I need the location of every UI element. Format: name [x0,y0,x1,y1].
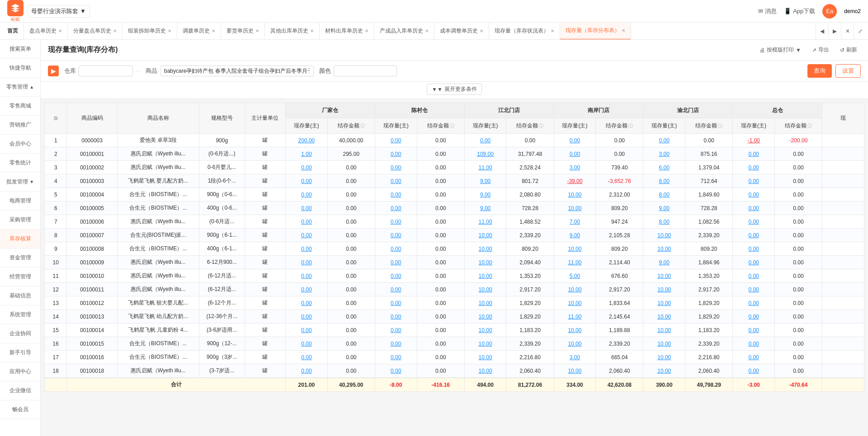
tab-7[interactable]: 材料出库单历史 ✕ [320,23,374,40]
row-na-qty[interactable]: 10.00 [554,202,596,215]
row-total-qty[interactable]: 0.00 [733,229,775,242]
row-cs-qty[interactable]: 0.00 [375,174,417,188]
row-cf-qty[interactable]: 0.00 [286,364,328,378]
row-total-qty[interactable]: 0.00 [733,161,775,174]
row-cf-qty[interactable]: 0.00 [286,202,328,215]
row-cs-qty[interactable]: 0.00 [375,229,417,242]
row-yb-qty[interactable]: 10.00 [643,269,685,283]
row-na-qty[interactable]: 10.00 [554,323,596,337]
row-cs-qty[interactable]: 0.00 [375,242,417,256]
print-btn[interactable]: 🖨 按模版打印 ▼ [756,44,805,56]
avatar[interactable]: Ea [822,4,837,19]
row-yb-qty[interactable]: 10.00 [643,310,685,323]
row-jb-qty[interactable]: 9.00 [464,202,506,215]
row-cf-qty[interactable]: 0.00 [286,310,328,323]
row-cs-qty[interactable]: 0.00 [375,256,417,269]
row-cf-qty[interactable]: 1.00 [286,147,328,161]
tab-10[interactable]: 现存量（库存状况表） ✕ [489,23,560,40]
row-yb-qty[interactable]: 10.00 [643,296,685,310]
row-total-qty[interactable]: 0.00 [733,283,775,296]
export-btn[interactable]: ↗ 导出 [808,44,833,56]
tab-11[interactable]: 现存量（库存分布表） ✕ [560,23,631,40]
row-na-qty[interactable]: 7.00 [554,215,596,229]
row-yb-qty[interactable]: 8.00 [643,174,685,188]
row-na-qty[interactable]: -39.00 [554,174,596,188]
row-yb-qty[interactable]: 10.00 [643,337,685,351]
tab-close-5[interactable]: ✕ [255,28,259,33]
settings-col-header[interactable]: ⚙ [45,103,67,134]
row-jb-qty[interactable]: 10.00 [464,337,506,351]
tab-home[interactable]: 首页 [2,23,24,40]
row-total-qty[interactable]: 0.00 [733,256,775,269]
row-na-qty[interactable]: 5.00 [554,269,596,283]
row-na-qty[interactable]: 10.00 [554,242,596,256]
row-total-qty[interactable]: 0.00 [733,188,775,202]
sidebar-item-member[interactable]: 会员中心 [0,135,40,154]
row-total-qty[interactable]: 0.00 [733,147,775,161]
row-cf-qty[interactable]: 0.00 [286,161,328,174]
row-cf-qty[interactable]: 0.00 [286,296,328,310]
tab-close-11[interactable]: ✕ [622,28,625,33]
row-yb-qty[interactable]: 9.00 [643,256,685,269]
refresh-btn[interactable]: ↺ 刷新 [836,44,861,56]
tab-4[interactable]: 调拨单历史 ✕ [177,23,221,40]
row-yb-qty[interactable]: 8.00 [643,188,685,202]
sidebar-item-ecommerce[interactable]: 电商管理 [0,192,40,211]
tab-5[interactable]: 要货单历史 ✕ [221,23,265,40]
color-input[interactable] [334,66,397,76]
message-btn[interactable]: ✉ 消息 [758,7,777,15]
row-cf-qty[interactable]: 0.00 [286,283,328,296]
row-na-qty[interactable]: 10.00 [554,283,596,296]
row-total-qty[interactable]: 0.00 [733,174,775,188]
row-yb-qty[interactable]: 0.00 [643,134,685,147]
row-jb-qty[interactable]: 11.00 [464,161,506,174]
row-total-qty[interactable]: 0.00 [733,310,775,323]
row-cs-qty[interactable]: 0.00 [375,269,417,283]
row-cs-qty[interactable]: 0.00 [375,188,417,202]
row-cf-qty[interactable]: 0.00 [286,269,328,283]
row-cs-qty[interactable]: 0.00 [375,202,417,215]
row-cs-qty[interactable]: 0.00 [375,337,417,351]
row-jb-qty[interactable]: 9.00 [464,188,506,202]
row-na-qty[interactable]: 10.00 [554,364,596,378]
row-cs-qty[interactable]: 0.00 [375,161,417,174]
query-button[interactable]: 查询 [807,64,832,78]
row-na-qty[interactable]: 11.00 [554,310,596,323]
row-cs-qty[interactable]: 0.00 [375,351,417,364]
tab-close-9[interactable]: ✕ [480,28,483,33]
tab-close-2[interactable]: ✕ [113,28,117,33]
row-jb-qty[interactable]: 10.00 [464,256,506,269]
row-na-qty[interactable]: 9.00 [554,229,596,242]
tab-2[interactable]: 分量盘点单历史 ✕ [68,23,123,40]
row-jb-qty[interactable]: 10.00 [464,283,506,296]
tab-close-7[interactable]: ✕ [365,28,368,33]
row-yb-qty[interactable]: 10.00 [643,242,685,256]
sidebar-item-inventory[interactable]: 库存核算 [0,230,40,248]
row-na-qty[interactable]: 10.00 [554,337,596,351]
row-yb-qty[interactable]: 3.00 [643,147,685,161]
tab-close-3[interactable]: ✕ [168,28,171,33]
row-na-qty[interactable]: 11.00 [554,256,596,269]
tab-close-4[interactable]: ✕ [212,28,215,33]
row-yb-qty[interactable]: 10.00 [643,229,685,242]
tab-close-6[interactable]: ✕ [310,28,314,33]
row-yb-qty[interactable]: 6.00 [643,161,685,174]
row-yb-qty[interactable]: 10.00 [643,364,685,378]
row-cs-qty[interactable]: 0.00 [375,364,417,378]
sidebar-item-basics[interactable]: 基础信息 [0,286,40,305]
row-total-qty[interactable]: 0.00 [733,337,775,351]
row-jb-qty[interactable]: 9.00 [464,174,506,188]
row-cs-qty[interactable]: 0.00 [375,310,417,323]
app-download-btn[interactable]: 📱 App下载 [784,7,815,15]
row-total-qty[interactable]: 0.00 [733,296,775,310]
row-cf-qty[interactable]: 0.00 [286,351,328,364]
row-total-qty[interactable]: 0.00 [733,215,775,229]
row-jb-qty[interactable]: 10.00 [464,242,506,256]
settings-button[interactable]: 设置 [835,64,861,78]
row-cf-qty[interactable]: 0.00 [286,256,328,269]
row-yb-qty[interactable]: 10.00 [643,283,685,296]
row-na-qty[interactable]: 0.00 [554,134,596,147]
row-total-qty[interactable]: 0.00 [733,242,775,256]
tab-prev-btn[interactable]: ◀ [816,23,828,40]
row-jb-qty[interactable]: 11.00 [464,215,506,229]
